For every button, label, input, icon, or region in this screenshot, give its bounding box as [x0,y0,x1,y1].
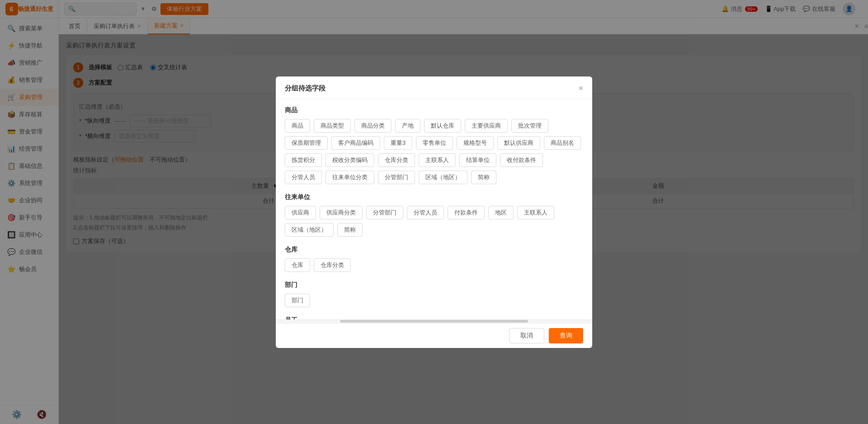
field-group-title-4: 员工 [285,316,583,320]
modal-title: 分组待选字段 [285,84,326,93]
field-tag-1-4[interactable]: 付款条件 [448,206,485,219]
field-tag-0-23[interactable]: 区域（地区） [419,171,467,184]
modal-confirm-btn[interactable]: 查询 [549,328,583,343]
field-tag-0-6[interactable]: 批次管理 [511,119,548,133]
field-group-0: 商品商品商品类型商品分类产地默认仓库主要供应商批次管理保质期管理客户商品编码重量… [285,106,583,184]
field-tag-0-11[interactable]: 规格型号 [457,136,494,150]
field-tag-1-5[interactable]: 地区 [488,206,514,219]
field-tag-0-17[interactable]: 主联系人 [419,153,456,167]
field-tag-1-3[interactable]: 分管人员 [407,206,444,219]
field-tag-0-9[interactable]: 重量3 [384,136,412,150]
modal-footer: 取消 查询 [276,323,592,348]
modal-close-btn[interactable]: × [578,84,583,93]
field-tag-0-10[interactable]: 零售单位 [416,136,453,150]
field-tag-0-24[interactable]: 简称 [471,171,496,184]
field-tags-0: 商品商品类型商品分类产地默认仓库主要供应商批次管理保质期管理客户商品编码重量3零… [285,119,583,184]
field-tag-0-7[interactable]: 保质期管理 [285,136,328,150]
modal-cancel-btn[interactable]: 取消 [509,328,544,343]
modal-overlay: 分组待选字段 × 商品商品商品类型商品分类产地默认仓库主要供应商批次管理保质期管… [0,0,868,424]
field-tag-1-6[interactable]: 主联系人 [517,206,554,219]
field-tag-0-19[interactable]: 收付款条件 [500,153,543,167]
field-tag-0-14[interactable]: 拣货积分 [285,153,322,167]
modal-scrollbar-x[interactable] [276,319,592,323]
field-tag-1-1[interactable]: 供应商分类 [320,206,363,219]
modal-dialog: 分组待选字段 × 商品商品商品类型商品分类产地默认仓库主要供应商批次管理保质期管… [276,76,592,348]
field-tag-0-18[interactable]: 结算单位 [459,153,496,167]
field-group-3: 部门部门 [285,281,583,307]
field-tag-3-0[interactable]: 部门 [285,294,310,307]
field-tag-0-8[interactable]: 客户商品编码 [331,136,380,150]
field-tag-1-0[interactable]: 供应商 [285,206,316,219]
field-tag-0-15[interactable]: 税收分类编码 [326,153,374,167]
field-tag-0-3[interactable]: 产地 [395,119,420,133]
field-tag-0-5[interactable]: 主要供应商 [465,119,508,133]
field-tag-0-13[interactable]: 商品别名 [544,136,581,150]
field-group-title-0: 商品 [285,106,583,114]
field-tag-1-7[interactable]: 区域（地区） [285,223,334,237]
field-tag-0-22[interactable]: 分管部门 [378,171,415,184]
field-tag-2-0[interactable]: 仓库 [285,258,310,272]
field-tag-1-8[interactable]: 简称 [337,223,363,237]
field-tags-2: 仓库仓库分类 [285,258,583,272]
modal-header: 分组待选字段 × [276,76,592,99]
field-tag-0-21[interactable]: 往来单位分类 [326,171,374,184]
field-tag-0-1[interactable]: 商品类型 [314,119,351,133]
field-tag-0-2[interactable]: 商品分类 [354,119,392,133]
field-tag-0-12[interactable]: 默认供应商 [497,136,540,150]
field-tag-0-16[interactable]: 仓库分类 [378,153,415,167]
field-tags-3: 部门 [285,294,583,307]
field-tag-1-2[interactable]: 分管部门 [366,206,403,219]
modal-body: 商品商品商品类型商品分类产地默认仓库主要供应商批次管理保质期管理客户商品编码重量… [276,99,592,320]
field-tag-0-0[interactable]: 商品 [285,119,310,133]
field-group-title-1: 往来单位 [285,193,583,201]
field-tag-0-20[interactable]: 分管人员 [285,171,322,184]
field-group-1: 往来单位供应商供应商分类分管部门分管人员付款条件地区主联系人区域（地区）简称 [285,193,583,237]
field-group-title-3: 部门 [285,281,583,289]
field-group-4: 员工业务员 [285,316,583,320]
field-tags-1: 供应商供应商分类分管部门分管人员付款条件地区主联系人区域（地区）简称 [285,206,583,237]
field-tag-2-1[interactable]: 仓库分类 [314,258,351,272]
field-group-title-2: 仓库 [285,246,583,254]
field-group-2: 仓库仓库仓库分类 [285,246,583,272]
field-tag-0-4[interactable]: 默认仓库 [424,119,461,133]
